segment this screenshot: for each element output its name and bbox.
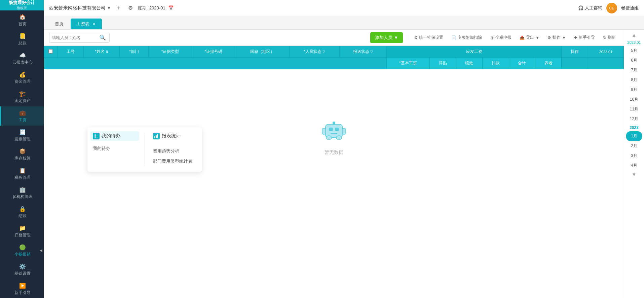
personal-tax-action[interactable]: 🖨 个税申报 [487, 33, 514, 42]
add-people-button[interactable]: 添加人员 ▼ [370, 32, 403, 43]
company-selector[interactable]: 西安虾米网络科技有限公司 ▼ [49, 5, 111, 11]
social-security-icon: ⚙ [414, 35, 418, 40]
month-panel-up-btn[interactable]: ▲ [630, 31, 638, 39]
tab-salary-label: 工资表 [76, 21, 89, 27]
sub-col-deduct: 扣款 [483, 58, 509, 69]
month-item-6[interactable]: 6月 [624, 56, 644, 65]
sidebar-item-guide[interactable]: ▶️ 新手引导 [0, 279, 44, 298]
sub-col-pension: 养老 [535, 58, 561, 69]
month-item-7[interactable]: 7月 [624, 65, 644, 75]
sidebar-item-salary[interactable]: 💼 工资 [0, 106, 44, 126]
special-deduction-action[interactable]: 📄 专项附加扣除 [449, 33, 485, 42]
month-panel-down-btn[interactable]: ▼ [630, 170, 638, 178]
month-item-3[interactable]: 3月 [624, 151, 644, 161]
month-item-1[interactable]: 1月 [626, 131, 642, 141]
company-dropdown-arrow: ▼ [107, 6, 111, 10]
tab-salary-table[interactable]: 工资表 ✕ [71, 19, 102, 29]
month-item-5[interactable]: 5月 [624, 46, 644, 56]
tab-home-label: 首页 [55, 21, 64, 27]
app-logo-text: 畅捷通好会计 [9, 0, 35, 6]
sub-col-basic-wage: *基本工资 [386, 58, 429, 69]
export-icon: 📤 [520, 35, 525, 40]
user-name[interactable]: 畅捷通组 [621, 5, 639, 11]
sidebar-item-funds[interactable]: 💰 资金管理 [0, 68, 44, 87]
sidebar-item-home[interactable]: 🏠 首页 [0, 10, 44, 30]
search-box[interactable]: 🔍 [49, 33, 110, 43]
sidebar-item-inventory[interactable]: 📦 库存核算 [0, 145, 44, 164]
archive-icon: 📁 [19, 225, 26, 231]
export-action[interactable]: 📤 导出 ▼ [517, 33, 542, 42]
sub-col-extra: 绩效 [456, 58, 482, 69]
sidebar-item-label: 资金管理 [14, 79, 31, 85]
filter-icon2[interactable]: ▽ [370, 50, 373, 54]
month-item-9[interactable]: 9月 [624, 85, 644, 95]
sidebar-item-basic[interactable]: ⚙️ 基础设置 [0, 260, 44, 279]
new-guide-action[interactable]: ✚ 新手引导 [571, 33, 598, 42]
sidebar-item-assets[interactable]: 🏗️ 固定资产 [0, 87, 44, 106]
filter-icon[interactable]: ▽ [323, 50, 325, 54]
sidebar-item-closing[interactable]: 🔒 结账 [0, 202, 44, 222]
customer-service-button[interactable]: 🎧 人工咨询 [578, 5, 602, 11]
month-item-2[interactable]: 2月 [624, 141, 644, 151]
month-year-label: 2023.01 [628, 39, 641, 46]
svg-rect-12 [96, 137, 98, 137]
sidebar-item-invoice[interactable]: 🧾 发票管理 [0, 126, 44, 145]
search-input[interactable] [52, 35, 99, 40]
calendar-icon[interactable]: 📅 [168, 5, 174, 10]
month-item-12[interactable]: 12月 [624, 114, 644, 124]
user-avatar: CE [606, 3, 617, 13]
svg-point-10 [94, 136, 96, 138]
personal-tax-icon: 🖨 [490, 35, 494, 40]
settings-icon[interactable]: ⚙ [126, 3, 135, 13]
add-company-button[interactable]: ＋ [114, 3, 123, 13]
tab-home[interactable]: 首页 [49, 19, 69, 29]
popup-stats-column: 报表统计 费用趋势分析 部门费用类型统计表 [153, 133, 197, 166]
sidebar-item-tax[interactable]: 📋 税务管理 [0, 164, 44, 183]
wage-group-header: 应发工资 [386, 46, 562, 58]
popup-todo-item-1[interactable]: 我的待办 [93, 143, 137, 154]
col-name[interactable]: *姓名 ⇅ [84, 46, 119, 58]
sidebar-item-cloud[interactable]: ☁️ 云报表中心 [0, 49, 44, 68]
search-icon[interactable]: 🔍 [99, 34, 106, 41]
popup-stats-item-2[interactable]: 部门费用类型统计表 [153, 156, 197, 166]
company-name: 西安虾米网络科技有限公司 [49, 5, 106, 11]
new-guide-label: 新手引导 [579, 35, 595, 40]
select-all-checkbox[interactable] [48, 49, 53, 54]
main-area: 西安虾米网络科技有限公司 ▼ ＋ ⚙ 账期 2023-01 📅 🎧 人工咨询 C… [44, 0, 644, 298]
svg-rect-2 [335, 128, 339, 131]
app-logo-sub: 旗舰版 [9, 6, 35, 10]
col-report-status[interactable]: 报送状态 ▽ [339, 46, 386, 58]
month-item-4[interactable]: 4月 [624, 161, 644, 170]
month-item-10[interactable]: 10月 [624, 95, 644, 104]
sidebar-item-label: 首页 [18, 21, 27, 27]
month-item-8[interactable]: 8月 [624, 75, 644, 85]
svg-rect-13 [154, 136, 155, 138]
sidebar-item-label: 小畅报销 [14, 252, 31, 257]
select-all-th[interactable] [44, 46, 58, 58]
sidebar-item-ledger[interactable]: 📒 总账 [0, 30, 44, 49]
popup-stats-header[interactable]: 报表统计 [153, 133, 197, 142]
basic-icon: ⚙️ [19, 263, 26, 270]
sidebar-item-archive[interactable]: 📁 归档管理 [0, 222, 44, 241]
sidebar-item-multi[interactable]: 🏢 多机构管理 [0, 183, 44, 202]
col-status[interactable]: *人员状态 ▽ [290, 46, 339, 58]
sidebar-item-xiaochang[interactable]: 🟢 小畅报销 ◀ [0, 241, 44, 260]
sidebar-item-label: 总账 [18, 40, 27, 46]
operations-action[interactable]: ⚙ 操作 ▼ [545, 33, 569, 42]
social-security-action[interactable]: ⚙ 统一社保设置 [411, 33, 446, 42]
refresh-label: 刷新 [608, 35, 616, 40]
popup-stats-item-1[interactable]: 费用趋势分析 [153, 146, 197, 156]
tab-close-icon[interactable]: ✕ [91, 22, 96, 26]
month-item-11[interactable]: 11月 [624, 104, 644, 114]
salary-icon: 💼 [19, 110, 26, 116]
operations-icon: ⚙ [547, 35, 551, 40]
refresh-action[interactable]: ↻ 刷新 [600, 33, 618, 42]
sidebar-item-label: 归档管理 [14, 232, 31, 238]
svg-rect-3 [331, 133, 337, 134]
sidebar-collapse-icon: ◀ [40, 249, 42, 252]
popup-todo-header[interactable]: 我的待办 [90, 131, 139, 141]
header-user-area: 🎧 人工咨询 CE 畅捷通组 [578, 3, 639, 13]
special-deduction-icon: 📄 [451, 35, 456, 40]
period-value: 2023-01 [149, 5, 165, 10]
month-panel: ▲ 2023.01 5月 6月 7月 8月 9月 10月 11月 12月 202… [624, 30, 644, 298]
